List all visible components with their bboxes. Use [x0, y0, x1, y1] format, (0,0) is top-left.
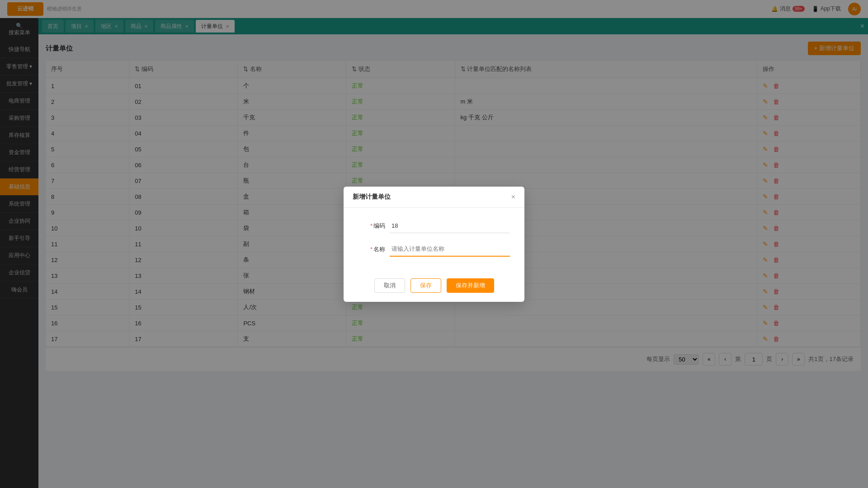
add-measure-unit-modal: 新增计量单位 × 编码 名称 取消 保存 保存并新增	[344, 187, 524, 302]
form-row-code: 编码	[358, 219, 510, 233]
form-label-code: 编码	[358, 222, 385, 230]
code-input[interactable]	[390, 219, 510, 233]
modal-footer: 取消 保存 保存并新增	[344, 273, 524, 302]
form-row-name: 名称	[358, 242, 510, 257]
modal-close-btn[interactable]: ×	[511, 193, 515, 201]
modal-title: 新增计量单位	[353, 193, 391, 201]
modal-header: 新增计量单位 ×	[344, 187, 524, 208]
cancel-button[interactable]: 取消	[374, 278, 405, 293]
modal-overlay[interactable]: 新增计量单位 × 编码 名称 取消 保存 保存并新增	[0, 0, 868, 488]
form-label-name: 名称	[358, 245, 385, 253]
save-and-add-button[interactable]: 保存并新增	[447, 278, 494, 293]
name-input[interactable]	[390, 242, 510, 257]
modal-body: 编码 名称	[344, 208, 524, 273]
save-button[interactable]: 保存	[410, 278, 441, 293]
